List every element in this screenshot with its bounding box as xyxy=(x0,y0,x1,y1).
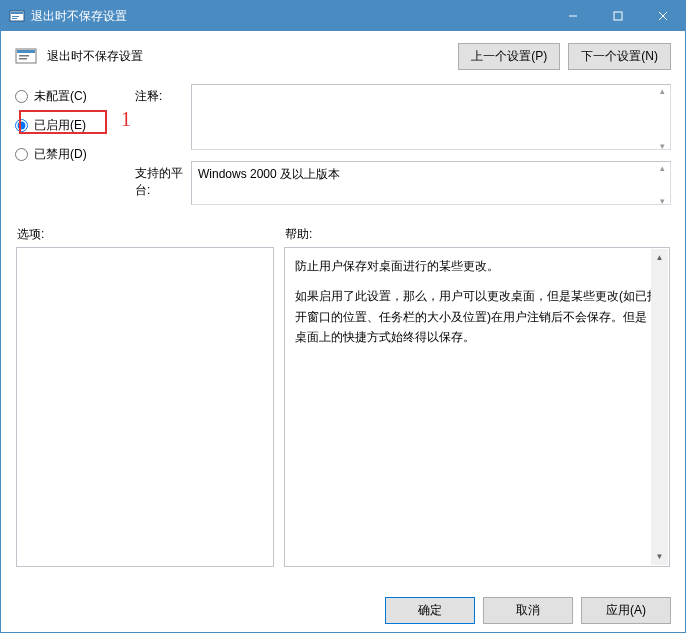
svg-rect-1 xyxy=(11,12,23,14)
maximize-button[interactable] xyxy=(595,1,640,31)
page-title: 退出时不保存设置 xyxy=(47,48,458,65)
svg-rect-3 xyxy=(12,18,17,19)
scroll-down-icon: ▾ xyxy=(660,141,665,151)
svg-rect-2 xyxy=(12,16,19,17)
help-paragraph: 防止用户保存对桌面进行的某些更改。 xyxy=(295,256,659,276)
help-label: 帮助: xyxy=(285,226,312,243)
apply-button[interactable]: 应用(A) xyxy=(581,597,671,624)
radio-not-configured[interactable]: 未配置(C) xyxy=(15,88,135,105)
scroll-up-icon: ▴ xyxy=(660,163,665,173)
titlebar[interactable]: 退出时不保存设置 xyxy=(1,1,685,31)
state-radio-group: 未配置(C) 已启用(E) 已禁用(D) 1 xyxy=(15,84,135,216)
radio-disabled[interactable]: 已禁用(D) xyxy=(15,146,135,163)
svg-rect-10 xyxy=(19,55,29,57)
titlebar-text: 退出时不保存设置 xyxy=(31,8,550,25)
scrollbar[interactable]: ▴▾ xyxy=(655,86,669,151)
dialog-footer: 确定 取消 应用(A) xyxy=(1,588,685,632)
scroll-down-icon: ▾ xyxy=(660,196,665,206)
radio-enabled[interactable]: 已启用(E) xyxy=(15,117,135,134)
platform-label: 支持的平台: xyxy=(135,161,191,208)
comment-label: 注释: xyxy=(135,84,191,153)
svg-rect-9 xyxy=(17,50,35,53)
minimize-button[interactable] xyxy=(550,1,595,31)
radio-disabled-input[interactable] xyxy=(15,148,28,161)
scroll-up-icon: ▴ xyxy=(660,86,665,96)
scrollbar[interactable]: ▴▾ xyxy=(655,163,669,206)
next-setting-button[interactable]: 下一个设置(N) xyxy=(568,43,671,70)
annotation-number: 1 xyxy=(121,108,131,131)
radio-not-configured-input[interactable] xyxy=(15,90,28,103)
ok-button[interactable]: 确定 xyxy=(385,597,475,624)
app-icon xyxy=(9,8,25,24)
prev-setting-button[interactable]: 上一个设置(P) xyxy=(458,43,560,70)
policy-icon xyxy=(15,47,39,67)
radio-enabled-input[interactable] xyxy=(15,119,28,132)
platform-textarea xyxy=(191,161,671,205)
help-panel: 防止用户保存对桌面进行的某些更改。 如果启用了此设置，那么，用户可以更改桌面，但… xyxy=(284,247,670,567)
dialog-window: 退出时不保存设置 退出时不保存设置 上一个设置(P) 下一个设置(N) 未配置(… xyxy=(0,0,686,633)
svg-rect-5 xyxy=(614,12,622,20)
scroll-down-icon: ▼ xyxy=(651,548,668,565)
scrollbar[interactable]: ▲ ▼ xyxy=(651,249,668,565)
options-label: 选项: xyxy=(15,226,285,243)
close-button[interactable] xyxy=(640,1,685,31)
comment-textarea[interactable] xyxy=(191,84,671,150)
scroll-up-icon: ▲ xyxy=(651,249,668,266)
help-paragraph: 如果启用了此设置，那么，用户可以更改桌面，但是某些更改(如已打开窗口的位置、任务… xyxy=(295,286,659,347)
svg-rect-11 xyxy=(19,58,27,60)
options-panel xyxy=(16,247,274,567)
cancel-button[interactable]: 取消 xyxy=(483,597,573,624)
